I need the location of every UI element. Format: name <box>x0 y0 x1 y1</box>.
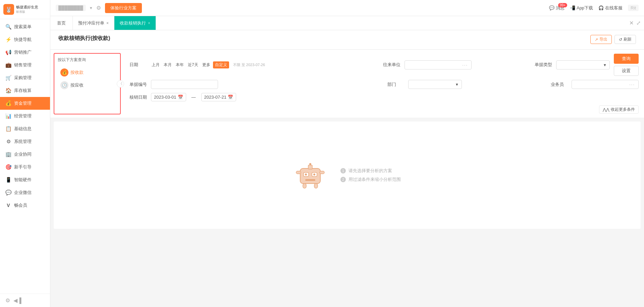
sidebar-item-fund[interactable]: 💰 资金管理 <box>0 97 50 110</box>
sidebar-item-marketing[interactable]: 📢 营销推广 <box>0 46 50 59</box>
filter-collapse-button[interactable]: 《 <box>117 80 124 88</box>
sidebar-item-quicknav[interactable]: ⚡ 快捷导航 <box>0 33 50 46</box>
empty-state: 1 请先选择要分析的方案 2 用过滤条件来缩小分析范围 <box>54 121 641 229</box>
collapse-icon: ⋀⋀ <box>603 107 609 112</box>
more-btn[interactable]: 更多 <box>201 61 212 68</box>
collapse-label: 收起更多条件 <box>611 107 635 112</box>
voucher-no-label: 单据编号 <box>129 82 147 88</box>
sidebar-item-search[interactable]: 🔍 搜索菜单 <box>0 20 50 33</box>
department-select[interactable]: ▾ <box>408 80 462 89</box>
svg-rect-10 <box>303 184 306 188</box>
custom-date-btn[interactable]: 自定义 <box>213 61 229 68</box>
basic-icon: 📋 <box>5 126 11 132</box>
service-icon: 🎧 <box>598 5 604 10</box>
refresh-button[interactable]: ↺ 刷新 <box>614 35 636 44</box>
topbar-username: Rit <box>628 5 639 11</box>
writeoff-from-cal-icon[interactable]: 📅 <box>178 95 183 100</box>
app-download-icon: 📲 <box>570 5 575 10</box>
sales-icon: 💼 <box>5 62 11 68</box>
member-icon: V <box>5 203 11 208</box>
step-2-num: 2 <box>340 177 346 182</box>
sidebar-item-label: 企业协同 <box>14 151 32 157</box>
step-1-text: 请先选择要分析的方案 <box>348 168 392 174</box>
sidebar-item-basic[interactable]: 📋 基础信息 <box>0 122 50 135</box>
query-button-group: 查询 设置 <box>614 54 639 76</box>
collapse-more-button[interactable]: ⋀⋀ 收起更多条件 <box>599 105 639 114</box>
refresh-icon: ↺ <box>619 37 622 42</box>
setting-button[interactable]: 设置 <box>614 66 639 76</box>
tabbar: 首页 预付冲应付单 × 收款核销执行 × ✕ ⤢ <box>50 16 644 30</box>
sidebar-logo: 🐰 畅捷通好生意 标准版 <box>0 0 50 19</box>
writeoff-date-from[interactable]: 2023-03-01 📅 <box>151 93 186 101</box>
tab-prepay[interactable]: 预付冲应付单 × <box>73 16 114 30</box>
message-button[interactable]: 💬 消息 99+ <box>549 5 565 11</box>
svg-rect-0 <box>300 168 320 184</box>
sidebar-item-system[interactable]: ⚙ 系统管理 <box>0 135 50 148</box>
page-header: 收款核销执行(按收款) ↗ 导出 ↺ 刷新 <box>50 30 644 50</box>
writeoff-to-cal-icon[interactable]: 📅 <box>228 95 233 100</box>
topbar-dropdown-icon[interactable]: ▾ <box>90 5 92 10</box>
department-dropdown-icon: ▾ <box>456 82 458 87</box>
tab-writeoff[interactable]: 收款核销执行 × <box>114 16 156 30</box>
this-month-btn[interactable]: 本月 <box>162 61 173 68</box>
query-button[interactable]: 查询 <box>614 54 639 64</box>
svg-rect-5 <box>305 179 315 181</box>
empty-state-text: 1 请先选择要分析的方案 2 用过滤条件来缩小分析范围 <box>340 168 401 183</box>
app-edition: 标准版 <box>16 10 38 14</box>
system-icon: ⚙ <box>5 139 11 145</box>
sidebar-item-label: 经营管理 <box>14 113 32 119</box>
sidebar-item-guide[interactable]: 🎯 新手引导 <box>0 161 50 173</box>
tab-prepay-close[interactable]: × <box>106 21 109 25</box>
tab-close-icon[interactable]: ✕ <box>629 20 634 26</box>
this-year-btn[interactable]: 本年 <box>174 61 185 68</box>
app-name: 畅捷通好生意 <box>16 5 38 9</box>
sidebar-item-purchase[interactable]: 🛒 采购管理 <box>0 71 50 84</box>
search-icon: 🔍 <box>5 24 11 30</box>
voucher-no-input[interactable] <box>151 80 218 89</box>
writeoff-date-to[interactable]: 2023-07-21 📅 <box>201 93 236 101</box>
operation-icon: 📊 <box>5 113 11 119</box>
sidebar-item-sales[interactable]: 💼 销售管理 <box>0 59 50 71</box>
solution-button[interactable]: 体验行业方案 <box>105 3 142 13</box>
tab-home[interactable]: 首页 <box>50 16 73 30</box>
sidebar-footer: ⚙ ◀▐ <box>0 294 50 307</box>
collapse-sidebar-icon[interactable]: ◀▐ <box>13 297 21 304</box>
salesperson-input[interactable]: ··· <box>572 80 639 89</box>
export-button[interactable]: ↗ 导出 <box>590 35 612 44</box>
settings-footer-icon[interactable]: ⚙ <box>5 297 10 304</box>
topbar-gear-icon[interactable]: ⚙ <box>96 5 101 11</box>
tab-writeoff-close[interactable]: × <box>148 21 150 25</box>
enterprise-icon: 🏢 <box>5 151 11 157</box>
sidebar-item-operation[interactable]: 📊 经营管理 <box>0 110 50 122</box>
counterpart-dots: ··· <box>462 62 468 67</box>
sidebar-item-member[interactable]: V 畅会员 <box>0 199 50 212</box>
sidebar-item-wechat[interactable]: 💬 企业微信 <box>0 186 50 199</box>
filter-sidebar-title: 按以下方案查询 <box>58 57 117 63</box>
hardware-icon: 📱 <box>5 177 11 183</box>
filter-option-receivable[interactable]: 🕒 按应收 <box>58 79 117 92</box>
sidebar-menu: 🔍 搜索菜单 ⚡ 快捷导航 📢 营销推广 💼 销售管理 🛒 采购管理 🏠 库存核… <box>0 19 50 294</box>
online-service-button[interactable]: 🎧 在线客服 <box>598 5 623 11</box>
sidebar-item-label: 智能硬件 <box>14 177 32 183</box>
receipt-option-icon: 💰 <box>60 68 68 76</box>
app-download-button[interactable]: 📲 App下载 <box>570 5 593 11</box>
empty-robot-illustration <box>293 158 327 192</box>
wechat-icon: 💬 <box>5 190 11 196</box>
counterpart-label: 往来单位 <box>383 62 400 68</box>
date-quick-group: 上月 本月 本年 近7天 更多 自定义 <box>150 61 229 68</box>
sidebar-item-hardware[interactable]: 📱 智能硬件 <box>0 173 50 186</box>
filter-option-receipt[interactable]: 💰 按收款 <box>58 66 117 79</box>
marketing-icon: 📢 <box>5 49 11 55</box>
sidebar-item-inventory[interactable]: 🏠 库存核算 <box>0 84 50 97</box>
sidebar-item-label: 资金管理 <box>14 100 32 106</box>
last-month-btn[interactable]: 上月 <box>150 61 161 68</box>
tab-expand-icon[interactable]: ⤢ <box>636 20 641 26</box>
page-header-actions: ↗ 导出 ↺ 刷新 <box>590 35 636 44</box>
voucher-type-select[interactable]: ▾ <box>556 60 610 69</box>
last-7days-btn[interactable]: 近7天 <box>186 61 200 68</box>
sidebar-item-label: 企业微信 <box>14 190 32 196</box>
counterpart-input[interactable]: ··· <box>405 60 472 69</box>
message-icon: 💬 <box>549 5 554 10</box>
sidebar-item-label: 采购管理 <box>14 75 32 81</box>
sidebar-item-enterprise[interactable]: 🏢 企业协同 <box>0 148 50 161</box>
